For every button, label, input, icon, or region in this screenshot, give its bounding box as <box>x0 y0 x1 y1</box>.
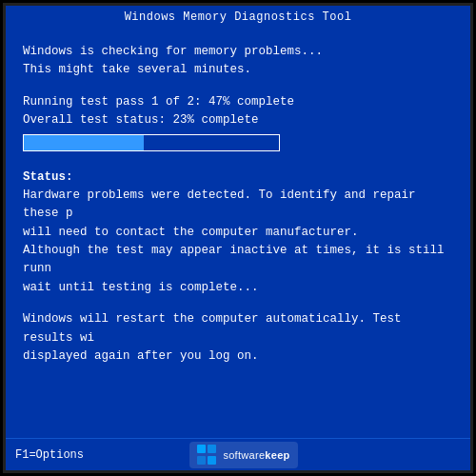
bottom-bar: F1=Options softwarekeep <box>6 438 470 470</box>
watermark-brand: software <box>223 449 265 461</box>
test-pass-section: Running test pass 1 of 2: 47% complete O… <box>23 93 453 151</box>
watermark: softwarekeep <box>189 442 297 468</box>
softwarekeep-icon <box>197 445 218 466</box>
status-line1: Hardware problems were detected. To iden… <box>23 187 453 224</box>
status-line4: wait until testing is complete... <box>23 279 453 297</box>
check-line2: This might take several minutes. <box>23 61 453 79</box>
overall-status-label: Overall test status: 23% complete <box>23 111 453 129</box>
title-bar: Windows Memory Diagnostics Tool <box>6 6 470 28</box>
progress-bar-fill <box>24 135 144 150</box>
status-heading: Status: <box>23 169 453 187</box>
watermark-text: softwarekeep <box>223 449 289 461</box>
progress-bar-container <box>23 134 280 151</box>
restart-line1: Windows will restart the computer automa… <box>23 310 453 347</box>
status-line2: will need to contact the computer manufa… <box>23 224 453 242</box>
status-section: Status: Hardware problems were detected.… <box>23 169 453 298</box>
shortcut-label: F1=Options <box>15 448 84 462</box>
bsod-screen: Windows Memory Diagnostics Tool Windows … <box>3 3 473 473</box>
restart-section: Windows will restart the computer automa… <box>23 310 453 366</box>
watermark-bold: keep <box>265 449 289 461</box>
main-content: Windows is checking for memory problems.… <box>6 28 470 438</box>
check-line1: Windows is checking for memory problems.… <box>23 43 453 61</box>
restart-line2: displayed again after you log on. <box>23 347 453 366</box>
status-line3: Although the test may appear inactive at… <box>23 242 453 279</box>
test-pass-label: Running test pass 1 of 2: 47% complete <box>23 93 453 111</box>
title-text: Windows Memory Diagnostics Tool <box>125 10 352 24</box>
